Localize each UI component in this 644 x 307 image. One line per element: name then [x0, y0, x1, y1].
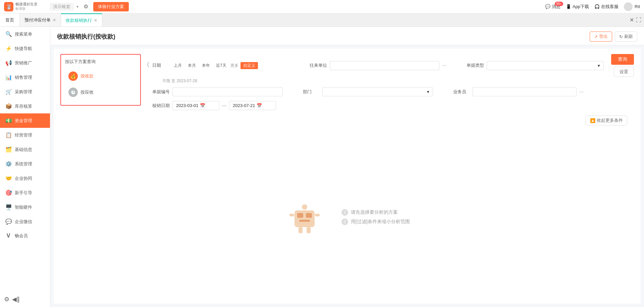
sidebar-item-operation[interactable]: 📋 经营管理 [0, 128, 50, 142]
app-icon: 📱 [566, 4, 571, 9]
staff-input[interactable] [473, 87, 576, 96]
custom-date-btn[interactable]: 自定义 [240, 62, 258, 69]
receivable-option-label: 按应收 [80, 89, 94, 95]
dept-dropdown-icon: ▾ [427, 89, 429, 94]
filter-option-by-receivable[interactable]: 🕐 按应收 [65, 85, 136, 100]
staff-picker-icon[interactable]: ··· [579, 89, 584, 95]
company-selector[interactable]: 演示账套 [50, 3, 74, 11]
tab-actions: ✕ ⛶ [627, 13, 644, 27]
sidebar-item-purchase[interactable]: 🛒 采购管理 [0, 85, 50, 99]
date-field: 日期 上月 本月 本年 近7天 更多 自定义 [152, 62, 289, 69]
dept-field: 部门 ▾ [303, 87, 433, 96]
sidebar-item-finance[interactable]: 💵 资金管理 [0, 113, 50, 128]
export-button[interactable]: ↗ 导出 [590, 32, 612, 42]
sidebar-item-guide[interactable]: 🎯 新手引导 [0, 186, 50, 200]
tab-prepay[interactable]: 预付冲应付单 ✕ [20, 13, 61, 27]
start-calendar-icon[interactable]: 📅 [200, 103, 205, 108]
sidebar-collapse-icon[interactable]: ◀‖ [12, 296, 20, 303]
finance-icon: 💵 [5, 117, 11, 124]
filter-panel-title: 按以下方案查询 [65, 59, 136, 65]
sidebar-item-wechat[interactable]: 💬 企业微信 [0, 214, 50, 229]
sidebar-item-label: 快捷导航 [15, 46, 32, 52]
empty-tip-1: 1 请先选择要分析的方案 [341, 209, 410, 216]
filter-collapse-arrow[interactable]: 《 [141, 54, 152, 69]
company-dropdown-icon[interactable]: ▾ [76, 4, 78, 9]
enterprise-icon: 🤝 [5, 175, 11, 182]
app-download-button[interactable]: 📱 App下载 [566, 4, 589, 10]
more-date-btn[interactable]: 更多 [230, 63, 238, 68]
tab-expand-icon[interactable]: ⛶ [636, 17, 641, 23]
message-button[interactable]: 💬 消息 99+ [545, 4, 560, 10]
tab-home[interactable]: 首页 [0, 13, 20, 27]
avatar [624, 2, 633, 11]
last-7days-btn[interactable]: 近7天 [214, 62, 228, 69]
this-month-btn[interactable]: 本月 [186, 62, 198, 69]
staff-field: 业务员 ··· [453, 87, 584, 96]
svg-rect-3 [299, 220, 310, 222]
sidebar-item-enterprise[interactable]: 🤝 企业协同 [0, 171, 50, 186]
sidebar-item-label: 系统管理 [15, 161, 32, 167]
filter-row-2: 单据编号 部门 ▾ 业务员 [152, 87, 634, 96]
content: 收款核销执行(按收款) ↗ 导出 ↻ 刷新 按以下方案查询 [50, 27, 644, 307]
tip-num-1: 1 [341, 209, 348, 216]
setting-button[interactable]: 设置 [614, 67, 634, 77]
service-icon: 🎧 [594, 4, 600, 9]
sidebar-item-vip[interactable]: V 畅会员 [0, 229, 50, 243]
svg-rect-5 [315, 214, 320, 216]
brand-icon: 🐰 [4, 2, 13, 11]
inventory-icon: 📦 [5, 103, 11, 109]
empty-illustration [284, 200, 325, 234]
tab-close-all-icon[interactable]: ✕ [630, 17, 634, 23]
sidebar-item-hardware[interactable]: 🖥️ 智能硬件 [0, 200, 50, 214]
sidebar-item-search[interactable]: 🔍 搜索菜单 [0, 27, 50, 41]
receipt-option-label: 按收款 [80, 73, 94, 79]
collapse-more-button[interactable]: 🔼 收起更多条件 [586, 115, 627, 125]
sidebar-item-label: 企业微信 [15, 219, 32, 225]
refresh-button[interactable]: ↻ 刷新 [615, 32, 637, 42]
last-month-btn[interactable]: 上月 [172, 62, 184, 69]
sidebar-item-label: 库存核算 [15, 103, 32, 109]
verify-date-start-input[interactable]: 2023-03-01 📅 [172, 101, 219, 110]
marketing-icon: 📢 [5, 60, 11, 66]
sidebar-bottom: ⚙ ◀‖ [0, 292, 50, 307]
settings-icon[interactable]: ⚙ [81, 2, 91, 11]
verify-date-range: 2023-03-01 📅 — 2023-07-21 📅 [172, 101, 276, 110]
date-label: 日期 [152, 62, 169, 68]
online-service-button[interactable]: 🎧 在线客服 [594, 4, 619, 10]
tab-verify[interactable]: 收款核销执行 ✕ [61, 13, 102, 27]
purchase-icon: 🛒 [5, 89, 11, 95]
collapse-arrow-icon[interactable]: 《 [144, 61, 150, 69]
sidebar-settings-icon[interactable]: ⚙ [4, 296, 9, 303]
sidebar-item-quicknav[interactable]: ⚡ 快捷导航 [0, 41, 50, 56]
sidebar: 🔍 搜索菜单 ⚡ 快捷导航 📢 营销推广 📊 销售管理 🛒 采购管理 📦 库存核… [0, 27, 50, 307]
solution-button[interactable]: 体验行业方案 [93, 2, 129, 11]
empty-state: 1 请先选择要分析的方案 2 用[过滤]条件来缩小分析范围 [54, 130, 641, 304]
verify-date-label: 核销日期 [152, 103, 170, 109]
filter-scheme-panel: 按以下方案查询 💰 按收款 🕐 按应收 [60, 54, 141, 106]
this-year-btn[interactable]: 本年 [200, 62, 212, 69]
sidebar-item-marketing[interactable]: 📢 营销推广 [0, 56, 50, 70]
docno-input[interactable] [172, 87, 283, 96]
filter-row-1: 日期 上月 本月 本年 近7天 更多 自定义 [152, 54, 634, 77]
dept-select[interactable]: ▾ [322, 87, 433, 96]
tab-verify-close[interactable]: ✕ [94, 18, 97, 23]
filter-option-by-receipt[interactable]: 💰 按收款 [65, 69, 136, 84]
counterparty-picker-icon[interactable]: ··· [442, 62, 446, 68]
guide-icon: 🎯 [5, 190, 11, 196]
staff-label: 业务员 [453, 89, 470, 95]
sidebar-item-basic[interactable]: 🗂️ 基础信息 [0, 142, 50, 157]
basic-icon: 🗂️ [5, 146, 11, 153]
end-calendar-icon[interactable]: 📅 [257, 103, 262, 108]
counterparty-input[interactable] [330, 61, 439, 70]
sidebar-item-inventory[interactable]: 📦 库存核算 [0, 99, 50, 113]
dept-label: 部门 [303, 89, 320, 95]
sidebar-item-sales[interactable]: 📊 销售管理 [0, 70, 50, 85]
sidebar-item-system[interactable]: ⚙️ 系统管理 [0, 157, 50, 171]
doctype-select[interactable]: ▾ [487, 61, 604, 70]
query-button[interactable]: 查询 [611, 54, 634, 65]
verify-date-end-input[interactable]: 2023-07-21 📅 [229, 101, 276, 110]
tab-prepay-close[interactable]: ✕ [53, 18, 56, 22]
counterparty-label: 往来单位 [310, 62, 327, 68]
svg-rect-2 [306, 213, 312, 218]
verify-date-end-value: 2023-07-21 [233, 103, 255, 108]
